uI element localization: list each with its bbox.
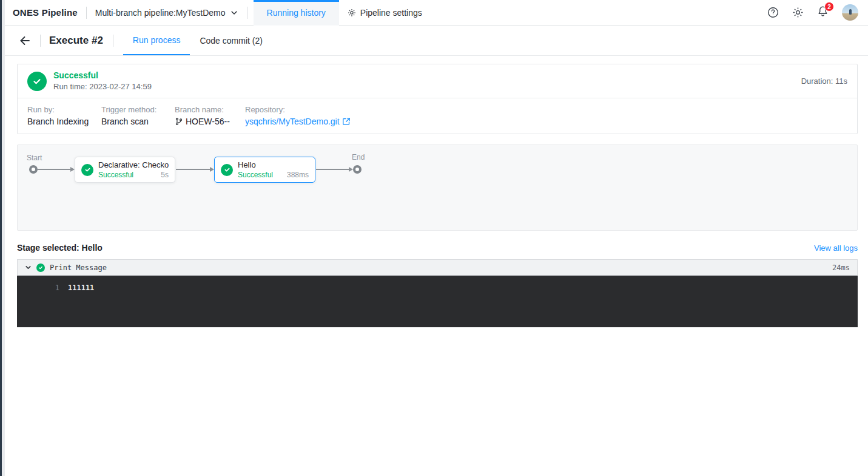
log-output: 1 111111 [17, 276, 858, 327]
divider [247, 7, 247, 19]
step-name: Print Message [50, 264, 107, 272]
tab-running-history[interactable]: Running history [254, 0, 339, 25]
view-all-logs-link[interactable]: View all logs [814, 243, 858, 253]
app-window: ONES Pipeline Multi-branch pipeline:MyTe… [5, 0, 868, 476]
end-node [353, 165, 362, 174]
header-actions: 2 [767, 4, 858, 21]
run-status: Successful [53, 70, 152, 81]
field-value: Branch Indexing [27, 117, 101, 126]
stage-card-checkout[interactable]: Declarative: Checkou... Successful 5s [75, 157, 175, 183]
field-label: Trigger method: [101, 105, 175, 114]
field-run-by: Run by: Branch Indexing [27, 105, 101, 126]
stage-status: Successful [238, 171, 273, 180]
tab-code-commit[interactable]: Code commit (2) [190, 25, 272, 55]
top-header: ONES Pipeline Multi-branch pipeline:MyTe… [5, 0, 868, 25]
execution-toolbar: Execute #2 Run process Code commit (2) [5, 25, 868, 56]
run-time: Run time: 2023-02-27 14:59 [53, 81, 152, 92]
stage-duration: 388ms [287, 171, 309, 180]
gear-icon[interactable] [792, 7, 804, 18]
log-step-header[interactable]: Print Message 24ms [17, 259, 858, 276]
step-duration: 24ms [832, 264, 850, 272]
notification-badge: 2 [824, 2, 834, 12]
gear-icon [348, 8, 356, 17]
tab-run-process[interactable]: Run process [123, 25, 190, 55]
run-duration: Duration: 11s [801, 76, 847, 86]
start-label: Start [27, 154, 42, 162]
app-title: ONES Pipeline [13, 7, 78, 18]
edge-line [316, 169, 350, 170]
success-check-icon [27, 72, 47, 91]
avatar[interactable] [842, 4, 858, 21]
edge-line [176, 169, 211, 170]
field-label: Repository: [245, 105, 351, 114]
pipeline-selector-label: Multi-branch pipeline:MyTestDemo [95, 8, 226, 18]
chevron-down-icon [230, 8, 238, 17]
tab-code-commit-label: Code commit (2) [200, 36, 262, 46]
tab-run-process-label: Run process [133, 35, 181, 45]
divider [40, 35, 41, 47]
branch-name: HOEW-56-- [186, 117, 230, 126]
status-summary-row: Successful Run time: 2023-02-27 14:59 Du… [18, 64, 857, 98]
help-icon[interactable] [767, 7, 779, 18]
divider [113, 35, 113, 47]
stage-detail-bar: Stage selected: Hello View all logs [17, 243, 858, 253]
git-branch-icon [175, 117, 183, 126]
divider [86, 7, 87, 19]
run-details-row: Run by: Branch Indexing Trigger method: … [18, 98, 857, 134]
content: Successful Run time: 2023-02-27 14:59 Du… [17, 64, 858, 327]
edge-line [38, 169, 72, 170]
field-value: Branch scan [101, 117, 175, 126]
repository-link[interactable]: ysqchris/MyTestDemo.git [245, 117, 351, 126]
field-trigger-method: Trigger method: Branch scan [101, 105, 175, 126]
external-link-icon [342, 117, 351, 126]
execution-title: Execute #2 [49, 35, 103, 47]
stage-duration: 5s [161, 171, 169, 180]
edge-arrowhead [210, 167, 214, 172]
collapse-chevron-icon[interactable] [25, 264, 32, 271]
stage-status: Successful [98, 171, 133, 180]
success-check-icon [81, 164, 93, 176]
log-line-text: 111111 [68, 283, 94, 293]
end-label: End [352, 153, 365, 162]
stage-name: Declarative: Checkou... [98, 160, 169, 170]
edge-arrowhead [70, 167, 75, 172]
stage-card-hello[interactable]: Hello Successful 388ms [214, 157, 315, 183]
tab-pipeline-settings[interactable]: Pipeline settings [348, 8, 422, 18]
back-arrow-icon[interactable] [18, 34, 32, 47]
log-line-number: 1 [17, 283, 59, 293]
field-label: Run by: [27, 105, 101, 114]
log-line: 1 111111 [17, 283, 858, 293]
field-label: Branch name: [175, 105, 245, 114]
field-repository: Repository: ysqchris/MyTestDemo.git [245, 105, 351, 126]
status-card: Successful Run time: 2023-02-27 14:59 Du… [17, 64, 858, 134]
field-branch-name: Branch name: HOEW-56-- [175, 105, 245, 126]
success-check-icon [36, 264, 45, 272]
tab-pipeline-settings-label: Pipeline settings [360, 8, 422, 18]
success-check-icon [221, 164, 233, 176]
log-card: Print Message 24ms 1 111111 [17, 259, 858, 327]
start-node [29, 165, 38, 174]
pipeline-graph: Start Declarative: Checkou... Successful… [17, 144, 858, 231]
stage-selected-title: Stage selected: Hello [17, 243, 103, 253]
avatar-photo [849, 9, 852, 15]
page: ONES Pipeline Multi-branch pipeline:MyTe… [0, 0, 868, 476]
repository-link-label: ysqchris/MyTestDemo.git [245, 117, 340, 126]
tab-running-history-label: Running history [267, 8, 326, 18]
pipeline-selector[interactable]: Multi-branch pipeline:MyTestDemo [95, 8, 238, 18]
edge-arrowhead [349, 167, 353, 172]
stage-name: Hello [238, 160, 309, 170]
notifications[interactable]: 2 [817, 5, 829, 19]
